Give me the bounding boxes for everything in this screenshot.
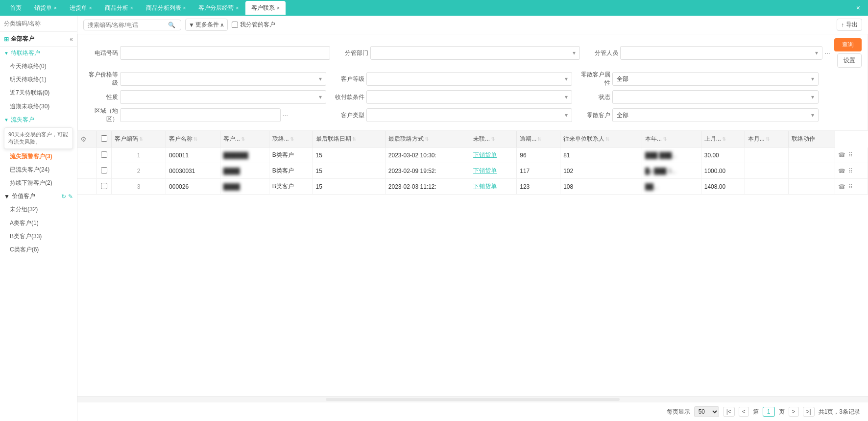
field-nature: 性质 ▾ — [84, 90, 326, 104]
input-phone[interactable] — [120, 46, 330, 60]
select-all-checkbox[interactable] — [101, 135, 107, 142]
my-customers-checkbox[interactable] — [232, 22, 238, 28]
row-last-month — [745, 148, 788, 163]
sidebar-item-lost[interactable]: 已流失客户(24) — [0, 163, 77, 176]
prev-page-button[interactable]: < — [739, 407, 749, 417]
region-dots[interactable]: ··· — [283, 111, 289, 119]
more-conditions-button[interactable]: ▼ 更多条件 ∧ — [185, 19, 228, 31]
first-page-button[interactable]: |< — [723, 407, 735, 417]
nav-tab-sales-close[interactable]: × — [54, 5, 57, 11]
filter-icon: ▼ — [189, 22, 194, 28]
th-last-month-label: 上月... — [704, 135, 721, 143]
select-nature[interactable]: ▾ — [120, 90, 326, 104]
select-retail-customer[interactable]: 全部 ▾ — [612, 108, 819, 122]
th-name-sort: ⇅ — [193, 136, 197, 142]
nav-tab-customer-tier-close[interactable]: × — [236, 5, 239, 11]
sidebar-item-7days[interactable]: 近7天待联络(0) — [0, 86, 77, 99]
th-settings[interactable]: ⚙ — [77, 131, 97, 148]
select-status[interactable]: ▾ — [612, 90, 819, 104]
adv-filter-row-2: 客户价格等级 ▾ 客户等级 ▾ 零散客户属性 全部 ▾ — [84, 71, 862, 87]
th-uncontacted[interactable]: 未联...⇅ — [470, 131, 517, 148]
th-this-year[interactable]: 本年...⇅ — [642, 131, 701, 148]
th-overdue[interactable]: 逾期...⇅ — [517, 131, 560, 148]
query-button[interactable]: 查询 — [834, 38, 862, 51]
row-checkbox[interactable] — [101, 167, 107, 173]
manager-dots[interactable]: ··· — [824, 49, 830, 57]
sidebar-item-class-c[interactable]: C类客户(6) — [0, 243, 77, 256]
th-code[interactable]: 客户编码⇅ — [112, 131, 166, 148]
row-checkbox[interactable] — [101, 151, 107, 158]
horizontal-scrollbar[interactable] — [77, 396, 868, 402]
nav-tab-sales[interactable]: 销货单 × — [28, 1, 63, 15]
nav-tab-analysis-list-close[interactable]: × — [183, 5, 186, 11]
th-overdue-sort: ⇅ — [537, 136, 541, 142]
row-checkbox[interactable] — [101, 183, 107, 189]
th-this-month[interactable]: 本月...⇅ — [745, 131, 788, 148]
th-name[interactable]: 客户名称⇅ — [166, 131, 220, 148]
nav-tab-customer-contact-label: 客户联系 — [251, 4, 275, 12]
nav-tab-purchase-close[interactable]: × — [89, 5, 92, 11]
close-all-button[interactable]: × — [852, 4, 864, 12]
sidebar-all-customers-header[interactable]: ⊞ 全部客户 « — [0, 32, 77, 47]
sidebar-collapse-icon[interactable]: « — [70, 36, 73, 43]
select-manager[interactable]: ▾ — [620, 46, 822, 60]
sidebar-item-declining[interactable]: 持续下滑客户(2) — [0, 176, 77, 190]
search-button[interactable]: 🔍 — [168, 22, 175, 28]
select-dept[interactable]: ▾ — [370, 46, 580, 60]
select-customer-level[interactable]: ▾ — [366, 72, 573, 86]
sidebar-item-class-a[interactable]: A类客户(1) — [0, 217, 77, 230]
select-retail-attr[interactable]: 全部 ▾ — [612, 72, 819, 86]
row-action-contact-icon[interactable]: ☎ — [838, 183, 845, 190]
th-last-date[interactable]: 最后联络日期⇅ — [313, 131, 385, 148]
sidebar-pending-group[interactable]: ▼ 待联络客户 — [0, 47, 77, 60]
input-region[interactable] — [120, 108, 281, 122]
nav-tab-home[interactable]: 首页 — [4, 1, 27, 15]
sidebar-item-overdue[interactable]: 逾期未联络(30) — [0, 100, 77, 113]
nav-tab-customer-tier[interactable]: 客户分层经营 × — [193, 1, 244, 15]
value-group-refresh-icon[interactable]: ↻ — [61, 193, 66, 200]
select-price-level[interactable]: ▾ — [120, 72, 326, 86]
last-page-button[interactable]: >| — [803, 407, 815, 417]
sidebar-item-today[interactable]: 今天待联络(0) — [0, 60, 77, 73]
nav-tab-analysis[interactable]: 商品分析 × — [99, 1, 139, 15]
sidebar-value-group[interactable]: ▼ 价值客户 ↻ ✎ — [0, 190, 77, 203]
row-method-link[interactable]: 下销货单 — [473, 183, 497, 190]
row-method-link[interactable]: 下销货单 — [473, 167, 497, 174]
nav-tab-customer-contact[interactable]: 客户联系 × — [245, 1, 286, 15]
adv-filter-row-4: 区域（地区） ··· 客户类型 ▾ 零散客户 全部 ▾ — [84, 107, 862, 124]
th-last-method[interactable]: 最后联络方式⇅ — [385, 131, 470, 148]
th-name-label: 客户名称 — [169, 135, 193, 143]
nav-tab-analysis-list[interactable]: 商品分析列表 × — [140, 1, 192, 15]
value-group-edit-icon[interactable]: ✎ — [68, 193, 73, 200]
row-action-more-icon[interactable]: ⠿ — [848, 151, 853, 158]
select-payment[interactable]: ▾ — [366, 90, 573, 104]
row-action-more-icon[interactable]: ⠿ — [848, 183, 853, 190]
sidebar-item-tomorrow[interactable]: 明天待联络(1) — [0, 73, 77, 86]
row-overdue: 102 — [560, 163, 642, 179]
table-settings-icon[interactable]: ⚙ — [80, 135, 87, 143]
nav-tab-customer-contact-close[interactable]: × — [277, 5, 280, 11]
row-action-more-icon[interactable]: ⠿ — [848, 168, 853, 174]
sidebar-atrisk-group[interactable]: ▼ 流失客户 — [0, 113, 77, 126]
export-button[interactable]: ↑ 导出 — [837, 19, 862, 31]
sidebar: 🔍 ⊞ 全部客户 « ▼ 待联络客户 今天待联络(0) 明天待联络(1) 近7天… — [0, 16, 77, 421]
th-type[interactable]: 客户...⇅ — [220, 131, 269, 148]
sidebar-search-input[interactable] — [4, 20, 77, 27]
row-method-link[interactable]: 下销货单 — [473, 151, 497, 158]
sidebar-item-ungrouped[interactable]: 未分组(32) — [0, 203, 77, 216]
th-last-month[interactable]: 上月...⇅ — [701, 131, 745, 148]
select-customer-type[interactable]: ▾ — [366, 108, 573, 122]
nav-tab-purchase[interactable]: 进货单 × — [64, 1, 98, 15]
search-input[interactable] — [88, 22, 166, 28]
sidebar-item-at-risk-warning[interactable]: 流失预警客户(3) — [0, 150, 77, 163]
th-unit-contact[interactable]: 往来单位联系人⇅ — [560, 131, 642, 148]
label-region: 区域（地区） — [84, 107, 118, 124]
next-page-button[interactable]: > — [789, 407, 799, 417]
sidebar-item-class-b[interactable]: B类客户(33) — [0, 230, 77, 243]
settings-button[interactable]: 设置 — [837, 53, 862, 68]
row-action-contact-icon[interactable]: ☎ — [838, 168, 845, 174]
row-action-contact-icon[interactable]: ☎ — [838, 151, 845, 158]
th-contacts[interactable]: 联络...⇅ — [269, 131, 313, 148]
page-size-select[interactable]: 50 20 100 — [694, 406, 719, 417]
nav-tab-analysis-close[interactable]: × — [130, 5, 133, 11]
